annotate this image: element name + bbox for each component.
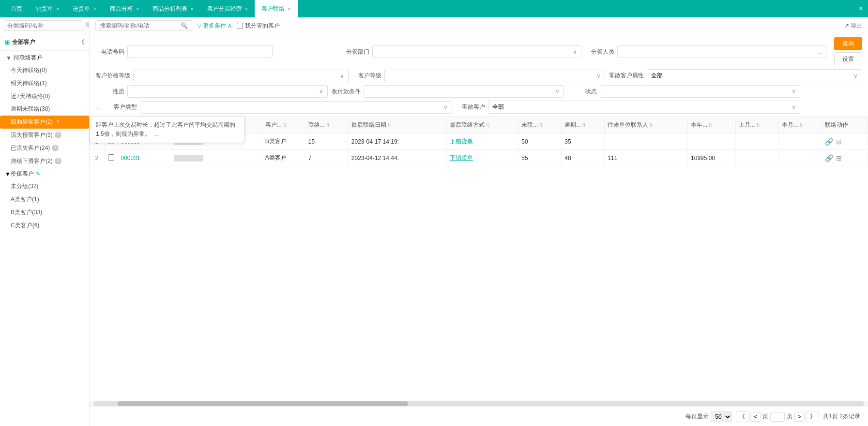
sort-icon-last-contact-method: ⇅ bbox=[486, 122, 489, 128]
sidebar-item-repurchase-abnormal[interactable]: 回购异常客户(2) ? bbox=[0, 116, 89, 129]
dept-select[interactable]: ∨ bbox=[372, 45, 581, 58]
next-page-button[interactable]: > bbox=[794, 412, 805, 422]
tooltip-more-dots[interactable]: ... bbox=[155, 131, 160, 137]
status-arrow: ∨ bbox=[792, 88, 796, 95]
row2-code[interactable]: 000031 bbox=[118, 150, 171, 166]
filter-row-2: 客户价格等级 ∨ 客户等级 ∨ 零散客户属性 全部 bbox=[95, 69, 862, 82]
row2-link-icon[interactable]: 🔗 bbox=[825, 154, 833, 162]
cust-type-select[interactable]: ∨ bbox=[140, 101, 452, 114]
row2-checkbox[interactable] bbox=[108, 154, 114, 161]
search-input[interactable] bbox=[100, 22, 181, 29]
search-icon[interactable]: 🔍 bbox=[181, 22, 188, 29]
scroll-thumb[interactable] bbox=[118, 401, 408, 406]
th-uncontacted[interactable]: 未联... ⇅ bbox=[518, 117, 562, 133]
retail-cust-select[interactable]: 全部 ∨ bbox=[488, 101, 800, 114]
nav-customer-segmentation[interactable]: 客户分层经营 × bbox=[200, 0, 255, 17]
sidebar-search-icon[interactable]: 🔍 bbox=[85, 22, 90, 29]
close-customer-contact[interactable]: × bbox=[288, 6, 290, 12]
last-page-button[interactable]: 》 bbox=[807, 411, 819, 422]
nav-product-analysis[interactable]: 商品分析 × bbox=[103, 0, 146, 17]
th-last-month[interactable]: 上月... ⇅ bbox=[735, 117, 778, 133]
th-contact-count[interactable]: 联络... ⇅ bbox=[305, 117, 348, 133]
prev-page-button[interactable]: < bbox=[750, 412, 761, 422]
nav-product-analysis-list[interactable]: 商品分析列表 × bbox=[146, 0, 200, 17]
help-icon: ? bbox=[55, 119, 61, 126]
more-conditions-button[interactable]: ▽ 更多条件 ∧ bbox=[197, 22, 232, 30]
nav-purchase-order[interactable]: 进货单 × bbox=[66, 0, 103, 17]
nav-customer-contact[interactable]: 客户联络 × bbox=[255, 0, 297, 17]
search-box: 🔍 bbox=[95, 20, 192, 31]
sidebar-item-b-class[interactable]: B类客户(33) bbox=[0, 206, 89, 219]
retail-prop-select[interactable]: 全部 ∨ bbox=[647, 69, 862, 82]
th-this-month[interactable]: 本月... ⇅ bbox=[778, 117, 822, 133]
row2-this-month bbox=[778, 150, 822, 166]
price-grade-arrow: ∨ bbox=[340, 73, 344, 79]
row1-this-year bbox=[688, 133, 735, 150]
price-grade-select[interactable]: ∨ bbox=[133, 70, 349, 82]
query-button[interactable]: 查询 bbox=[834, 37, 862, 50]
sidebar-pending-group[interactable]: ▼ 待联络客户 bbox=[0, 51, 89, 64]
person-dots: ... bbox=[817, 48, 822, 55]
close-customer-segmentation[interactable]: × bbox=[245, 6, 248, 12]
sidebar-item-c-class[interactable]: C类客户(6) bbox=[0, 219, 89, 232]
th-last-contact-date[interactable]: 最后联络日期 ⇅ bbox=[348, 117, 446, 133]
edit-icon[interactable]: ✎ bbox=[36, 171, 40, 177]
more-filter-dots[interactable]: ... bbox=[95, 104, 100, 111]
gender-select[interactable]: ∨ bbox=[127, 85, 328, 98]
close-product-analysis[interactable]: × bbox=[136, 6, 139, 12]
row1-last-contact-method[interactable]: 下销货单 bbox=[446, 133, 518, 150]
sidebar-item-ungrouped[interactable]: 未分组(32) bbox=[0, 180, 89, 193]
export-button[interactable]: ↗ 导出 bbox=[844, 22, 862, 30]
phone-input[interactable] bbox=[127, 45, 273, 58]
th-this-year[interactable]: 本年... ⇅ bbox=[688, 117, 735, 133]
nav-home[interactable]: 首页 bbox=[4, 0, 29, 17]
row2-grid-icon[interactable]: ⊞ bbox=[836, 154, 842, 162]
payment-select[interactable]: ∨ bbox=[364, 85, 564, 98]
close-product-analysis-list[interactable]: × bbox=[190, 6, 193, 12]
row2-this-year: 10995.00 bbox=[688, 150, 735, 166]
table-scrollbar[interactable] bbox=[90, 401, 868, 407]
sidebar-item-7day-pending[interactable]: 近7天待联络(0) bbox=[0, 90, 89, 103]
nav-sales-order[interactable]: 销货单 × bbox=[29, 0, 66, 17]
scroll-track bbox=[93, 401, 864, 406]
person-input[interactable]: ... bbox=[617, 45, 826, 58]
sidebar-item-lost[interactable]: 已流失客户(24) ? bbox=[0, 142, 89, 155]
collapse-icon[interactable]: 《 bbox=[78, 38, 84, 46]
caret-icon: ∧ bbox=[228, 22, 232, 29]
sidebar-item-overdue-pending[interactable]: 逾期未联络(30) bbox=[0, 103, 89, 116]
first-page-button[interactable]: 《 bbox=[736, 411, 748, 422]
row2-check[interactable] bbox=[104, 150, 118, 166]
window-close-button[interactable]: × bbox=[859, 4, 863, 13]
cust-grade-select[interactable]: ∨ bbox=[384, 70, 606, 82]
row1-contact-count: 15 bbox=[305, 133, 348, 150]
sidebar-item-tomorrow-pending[interactable]: 明天待联络(1) bbox=[0, 77, 89, 90]
my-customers-check[interactable] bbox=[237, 23, 243, 29]
retail-prop-arrow: ∨ bbox=[853, 73, 858, 79]
th-overdue[interactable]: 逾期... ⇅ bbox=[562, 117, 605, 133]
th-contact-person[interactable]: 往来单位联系人 ⇅ bbox=[605, 117, 688, 133]
close-sales-order[interactable]: × bbox=[56, 6, 59, 12]
row2-cust-type: A类客户 bbox=[262, 150, 305, 166]
th-last-contact-method[interactable]: 最后联络方式 ⇅ bbox=[446, 117, 518, 133]
my-customers-checkbox[interactable]: 我分管的客户 bbox=[237, 22, 280, 30]
close-purchase-order[interactable]: × bbox=[93, 6, 96, 12]
row2-last-contact-method[interactable]: 下销货单 bbox=[446, 150, 518, 166]
sidebar-value-group[interactable]: ▼ 价值客户 ✎ bbox=[0, 167, 89, 180]
row1-link-icon[interactable]: 🔗 bbox=[825, 138, 833, 146]
sidebar-item-loss-risk[interactable]: 流失预警客户(3) ? bbox=[0, 129, 89, 142]
per-page-select[interactable]: 50 bbox=[711, 411, 732, 422]
set-button[interactable]: 设置 bbox=[834, 52, 862, 66]
row1-uncontacted: 50 bbox=[518, 133, 562, 150]
th-cust-type[interactable]: 客户... ⇅ bbox=[262, 117, 305, 133]
sidebar-all-customers[interactable]: ⊞ 全部客户 《 bbox=[0, 34, 89, 51]
sort-icon-contact-count: ⇅ bbox=[326, 122, 330, 128]
sidebar-item-today-pending[interactable]: 今天待联络(0) bbox=[0, 64, 89, 77]
row1-grid-icon[interactable]: ⊞ bbox=[836, 138, 842, 146]
row2-last-month bbox=[735, 150, 778, 166]
sidebar-item-continuous-decline[interactable]: 持续下滑客户(2) ? bbox=[0, 155, 89, 168]
sidebar-search-input[interactable] bbox=[4, 20, 83, 31]
sidebar-item-a-class[interactable]: A类客户(1) bbox=[0, 193, 89, 206]
row2-contact: 111 bbox=[605, 150, 688, 166]
page-number-input[interactable]: 1 bbox=[770, 412, 785, 422]
status-select[interactable]: ∨ bbox=[600, 85, 800, 98]
